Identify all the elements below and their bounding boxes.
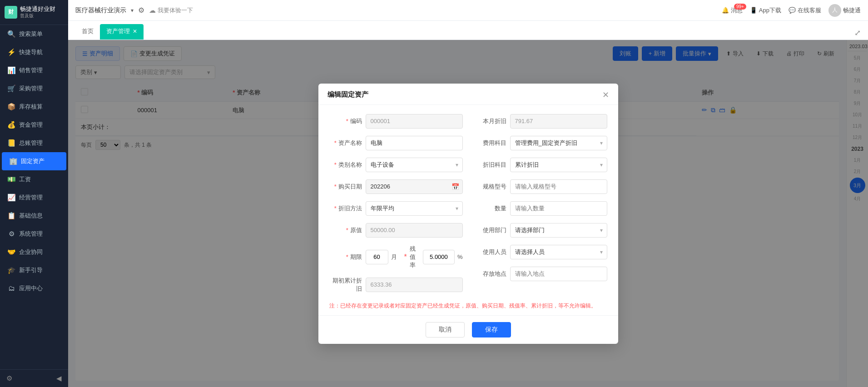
sidebar-item-fixed-assets[interactable]: 🏢 固定资产 (2, 152, 66, 170)
initial-acc-dep-label: 期初累计折旧 (329, 277, 366, 293)
quantity-label: 数量 (474, 204, 510, 213)
expense-subject-select-input[interactable]: 管理费用_固定资产折旧 (510, 136, 607, 150)
form-row-expense-subject: 费用科目 管理费用_固定资产折旧 (474, 136, 607, 150)
code-input[interactable] (366, 114, 463, 129)
modal-left-col: 编码 资产名称 类别名称 电子设备 (329, 114, 463, 293)
settings-gear-icon[interactable]: ⚙ (138, 6, 144, 15)
sidebar-item-label: 快捷导航 (19, 48, 43, 56)
sidebar-item-guide[interactable]: 🎓 新手引导 (0, 261, 68, 279)
dept-select-input[interactable]: 请选择部门 (510, 223, 607, 238)
form-row-dept: 使用部门 请选择部门 (474, 223, 607, 238)
purchase-date-label: 购买日期 (329, 183, 366, 191)
dep-subject-select-input[interactable]: 累计折旧 (510, 158, 607, 172)
sidebar-item-label: 总账管理 (19, 139, 43, 147)
content-area: ☰ 资产明细 📄 变更生成凭证 刘账 + 新增 批量操作 ▾ (68, 40, 868, 387)
purchase-date-input-wrapper: 📅 (366, 179, 463, 194)
management-icon: 📈 (7, 194, 15, 202)
sidebar-item-payroll[interactable]: 💵 工资 (0, 170, 68, 189)
feedback-label: 我要体验一下 (158, 6, 193, 15)
cloud-icon: ☁ (149, 6, 156, 15)
spec-input[interactable] (510, 179, 607, 194)
modal-title: 编辑固定资产 (327, 90, 368, 99)
sidebar-item-apps[interactable]: 🗂 应用中心 (0, 279, 68, 298)
app-download-btn[interactable]: 📱 App下载 (750, 6, 781, 15)
sidebar-item-inventory[interactable]: 📦 库存核算 (0, 98, 68, 116)
sidebar-item-sales[interactable]: 📊 销售管理 (0, 61, 68, 79)
collapse-icon[interactable]: ◀ (56, 374, 62, 382)
sidebar-item-quicknav[interactable]: ⚡ 快捷导航 (0, 43, 68, 61)
residual-rate-required-star: * (404, 253, 407, 261)
online-service-btn[interactable]: 💬 在线客服 (789, 6, 821, 15)
sidebar-item-label: 工资 (19, 175, 31, 184)
system-icon: ⚙ (7, 230, 15, 238)
main-area: 医疗器械行业演示 ▾ ⚙ ☁ 我要体验一下 🔔 消息 99+ 📱 App下载 💬… (68, 0, 868, 387)
cancel-button[interactable]: 取消 (426, 322, 465, 337)
sidebar-menu: 🔍 搜索菜单 ⚡ 快捷导航 📊 销售管理 🛒 采购管理 📦 库存核算 💰 资金管… (0, 25, 68, 369)
purchase-icon: 🛒 (7, 84, 15, 93)
modal-close-btn[interactable]: ✕ (602, 90, 609, 100)
topbar-right: 🔔 消息 99+ 📱 App下载 💬 在线客服 人 畅捷通 (722, 4, 861, 17)
username-label: 畅捷通 (843, 6, 861, 15)
tab-actions: ⤢ (854, 28, 861, 40)
sidebar-item-management[interactable]: 📈 经营管理 (0, 189, 68, 207)
sidebar-item-system[interactable]: ⚙ 系统管理 (0, 225, 68, 243)
basics-icon: 📋 (7, 212, 15, 220)
location-input[interactable] (510, 267, 607, 281)
tab-home[interactable]: 首页 (75, 24, 100, 40)
tab-asset-management[interactable]: 资产管理 ✕ (100, 24, 144, 40)
tab-close-icon[interactable]: ✕ (133, 28, 137, 35)
notifications-btn[interactable]: 🔔 消息 99+ (722, 6, 743, 15)
original-value-label: 原值 (329, 226, 366, 234)
period-input[interactable] (366, 250, 388, 264)
user-select[interactable]: 请选择人员 (510, 245, 607, 259)
company-dropdown-icon[interactable]: ▾ (131, 7, 134, 14)
expense-subject-label: 费用科目 (474, 139, 510, 147)
dep-subject-select[interactable]: 累计折旧 (510, 158, 607, 172)
sidebar-item-finance[interactable]: 💰 资金管理 (0, 116, 68, 134)
user-area[interactable]: 人 畅捷通 (828, 4, 861, 17)
quantity-input[interactable] (510, 201, 607, 216)
sidebar-item-basics[interactable]: 📋 基础信息 (0, 207, 68, 225)
form-row-name: 资产名称 (329, 136, 463, 150)
form-row-original-value: 原值 (329, 223, 463, 238)
initial-acc-dep-input[interactable] (366, 278, 463, 292)
monthly-dep-input (510, 114, 607, 129)
feedback-area[interactable]: ☁ 我要体验一下 (149, 6, 193, 15)
dep-method-select[interactable]: 年限平均 (366, 201, 463, 216)
residual-rate-input[interactable] (423, 250, 455, 264)
calendar-icon[interactable]: 📅 (451, 183, 459, 190)
settings-icon[interactable]: ⚙ (6, 374, 12, 382)
guide-icon: 🎓 (7, 266, 15, 274)
edit-asset-modal: 编辑固定资产 ✕ 编码 资产名称 (318, 84, 618, 344)
download-icon: 📱 (750, 7, 757, 14)
dept-label: 使用部门 (474, 226, 510, 234)
modal-overlay: 编辑固定资产 ✕ 编码 资产名称 (68, 40, 868, 387)
user-select-input[interactable]: 请选择人员 (510, 245, 607, 259)
category-select-input[interactable]: 电子设备 (366, 158, 463, 172)
tab-expand-icon[interactable]: ⤢ (854, 28, 861, 38)
sidebar-item-collab[interactable]: 🤝 企业协同 (0, 243, 68, 261)
dept-select[interactable]: 请选择部门 (510, 223, 607, 238)
name-input[interactable] (366, 136, 463, 150)
save-button[interactable]: 保存 (472, 322, 511, 337)
form-row-initial-acc-dep: 期初累计折旧 (329, 277, 463, 293)
expense-subject-select[interactable]: 管理费用_固定资产折旧 (510, 136, 607, 150)
tab-bar: 首页 资产管理 ✕ ⤢ (68, 21, 868, 40)
sidebar-item-label: 采购管理 (19, 84, 43, 93)
sidebar-item-search[interactable]: 🔍 搜索菜单 (0, 25, 68, 43)
sidebar-item-ledger[interactable]: 📒 总账管理 (0, 134, 68, 152)
sidebar-item-purchase[interactable]: 🛒 采购管理 (0, 79, 68, 98)
category-select[interactable]: 电子设备 (366, 158, 463, 172)
user-avatar: 人 (828, 4, 841, 17)
user-label: 使用人员 (474, 248, 510, 256)
spec-label: 规格型号 (474, 183, 510, 191)
tab-asset-label: 资产管理 (106, 27, 130, 35)
period-unit: 月 (391, 253, 397, 261)
purchase-date-input[interactable] (366, 179, 463, 194)
original-value-input[interactable] (366, 223, 463, 238)
period-label: 期限 (329, 253, 366, 261)
monthly-dep-label: 本月折旧 (474, 117, 510, 125)
dep-method-select-input[interactable]: 年限平均 (366, 201, 463, 216)
name-label: 资产名称 (329, 139, 366, 147)
modal-footer: 取消 保存 (318, 315, 618, 344)
